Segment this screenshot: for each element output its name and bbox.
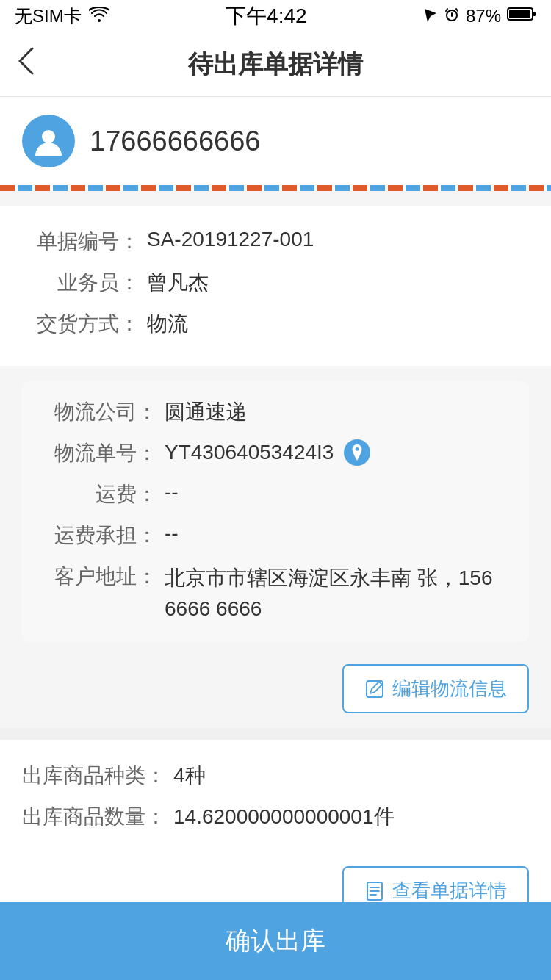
goods-type-value: 4种 [166,762,529,790]
svg-rect-3 [533,12,536,16]
freight-value: -- [157,480,511,504]
confirm-label: 确认出库 [226,926,325,954]
freight-label: 运费： [40,480,157,508]
status-right: 87% [423,6,536,26]
logistics-card: 物流公司： 圆通速递 物流单号： YT43064053424I3 运费： -- … [22,381,529,642]
page-title: 待出库单据详情 [188,48,363,82]
edit-btn-row: 编辑物流信息 [0,657,551,728]
svg-point-4 [42,130,55,143]
location-arrow-icon [423,6,438,26]
edit-logistics-button[interactable]: 编辑物流信息 [342,664,529,713]
alarm-icon [444,6,460,26]
delivery-value: 物流 [140,310,529,338]
goods-quantity-row: 出库商品数量： 14.620000000000001件 [22,803,529,831]
freight-bearer-label: 运费承担： [40,522,157,550]
address-label: 客户地址： [40,563,157,591]
address-row: 客户地址： 北京市市辖区海淀区永丰南 张，156 6666 6666 [40,563,511,624]
section-divider [0,728,551,740]
bottom-area: 确认出库 [0,902,551,980]
nav-bar: 待出库单据详情 [0,32,551,97]
edit-logistics-label: 编辑物流信息 [392,676,507,702]
customer-section: 17666666666 [0,97,551,185]
order-no-value: SA-20191227-001 [140,228,529,251]
freight-row: 运费： -- [40,480,511,508]
salesman-value: 曾凡杰 [140,269,529,297]
battery-icon [507,6,536,26]
goods-type-row: 出库商品种类： 4种 [22,762,529,790]
goods-quantity-label: 出库商品数量： [22,803,166,831]
delivery-row: 交货方式： 物流 [22,310,529,338]
logistics-tracking-label: 物流单号： [40,439,157,467]
status-time: 下午4:42 [226,2,307,30]
back-button[interactable] [18,47,34,82]
logistics-tracking-row: 物流单号： YT43064053424I3 [40,439,511,467]
avatar [22,115,75,167]
salesman-row: 业务员： 曾凡杰 [22,269,529,297]
delivery-label: 交货方式： [22,310,140,338]
logistics-tracking-value: YT43064053424I3 [157,439,511,466]
confirm-button[interactable]: 确认出库 [0,902,551,980]
svg-rect-2 [509,10,530,18]
goods-type-label: 出库商品种类： [22,762,166,790]
order-no-label: 单据编号： [22,228,140,256]
status-bar: 无SIM卡 下午4:42 [0,0,551,32]
salesman-label: 业务员： [22,269,140,297]
order-info-section: 单据编号： SA-20191227-001 业务员： 曾凡杰 交货方式： 物流 [0,206,551,366]
freight-bearer-value: -- [157,522,511,545]
wifi-icon [89,6,109,26]
logistics-company-label: 物流公司： [40,398,157,426]
location-pin-icon[interactable] [344,439,370,466]
customer-phone: 17666666666 [90,126,260,157]
battery-text: 87% [466,6,501,26]
address-value: 北京市市辖区海淀区永丰南 张，156 6666 6666 [157,563,511,624]
logistics-company-value: 圆通速递 [157,398,511,426]
dashed-separator [0,185,551,191]
freight-bearer-row: 运费承担： -- [40,522,511,550]
goods-quantity-value: 14.620000000000001件 [166,803,529,831]
order-no-row: 单据编号： SA-20191227-001 [22,228,529,256]
status-left: 无SIM卡 [15,4,109,28]
signal-text: 无SIM卡 [15,4,82,28]
view-detail-label: 查看单据详情 [392,878,507,904]
goods-section: 出库商品种类： 4种 出库商品数量： 14.620000000000001件 [0,740,551,859]
logistics-company-row: 物流公司： 圆通速递 [40,398,511,426]
